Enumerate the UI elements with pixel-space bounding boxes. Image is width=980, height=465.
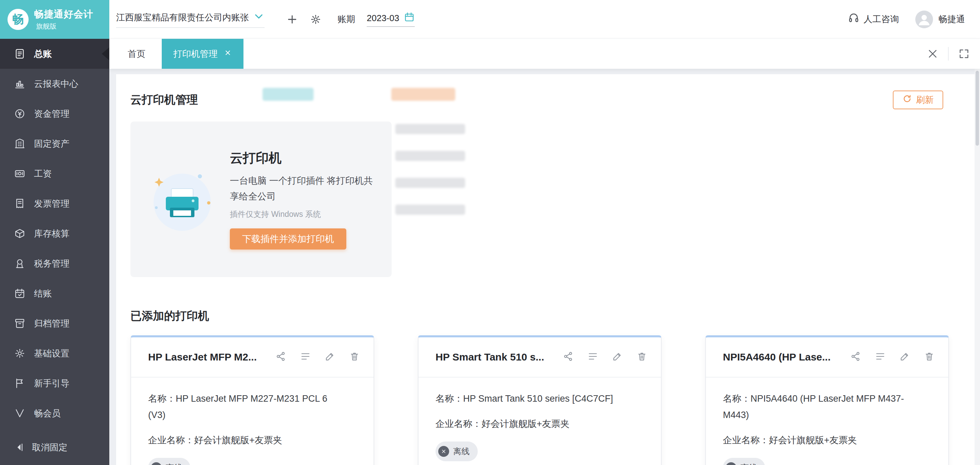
- download-plugin-button[interactable]: 下载插件并添加打印机: [230, 229, 346, 249]
- printer-card-name: HP LaserJet MFP M2...: [148, 351, 269, 363]
- period-selector[interactable]: 2023-03: [367, 11, 415, 27]
- close-all-tabs-icon[interactable]: [927, 48, 939, 60]
- sidebar-item-label: 固定资产: [34, 138, 70, 150]
- delete-icon[interactable]: [636, 351, 648, 363]
- username[interactable]: 畅捷通: [939, 13, 965, 25]
- sidebar-item-inventory[interactable]: 库存核算: [0, 219, 109, 249]
- sidebar-item-label: 发票管理: [34, 198, 70, 210]
- sidebar-item-tax[interactable]: 税务管理: [0, 249, 109, 278]
- report-chart-icon: [14, 78, 26, 90]
- list-icon[interactable]: [300, 351, 311, 363]
- fullscreen-icon[interactable]: [958, 48, 970, 60]
- sidebar-item-invoice[interactable]: 发票管理: [0, 189, 109, 219]
- printer-name-label: 名称：: [148, 394, 176, 404]
- tab-home[interactable]: 首页: [116, 39, 157, 69]
- share-icon[interactable]: [563, 351, 574, 363]
- printer-company-value: 好会计旗舰版+友票夹: [769, 435, 857, 445]
- refresh-icon: [902, 94, 912, 106]
- sidebar-item-label: 新手引导: [34, 378, 70, 389]
- printer-name-label: 名称：: [723, 394, 751, 404]
- list-icon[interactable]: [587, 351, 598, 363]
- printer-card: HP Smart Tank 510 s... 名称：HP Smart Tank …: [418, 335, 662, 465]
- sidebar-item-closing[interactable]: 结账: [0, 278, 109, 308]
- account-settings-button[interactable]: [310, 13, 322, 25]
- box-icon: [14, 227, 26, 240]
- period-value: 2023-03: [367, 13, 399, 24]
- printer-card: HP LaserJet MFP M2... 名称：HP LaserJet MFP…: [130, 335, 374, 465]
- tab-printer-management[interactable]: 打印机管理: [162, 39, 243, 69]
- stamp-icon: [14, 257, 26, 270]
- share-icon[interactable]: [850, 351, 861, 363]
- delete-icon[interactable]: [924, 351, 935, 363]
- flag-icon: [14, 377, 26, 389]
- tab-bar: 首页 打印机管理: [109, 39, 980, 69]
- list-icon[interactable]: [875, 351, 886, 363]
- edit-icon[interactable]: [325, 351, 336, 363]
- status-badge: 离线: [436, 441, 478, 461]
- scrollbar-thumb[interactable]: [975, 71, 979, 146]
- status-text: 离线: [741, 460, 757, 465]
- avatar[interactable]: [915, 11, 933, 28]
- offline-x-icon: [438, 446, 449, 457]
- scrollbar-track[interactable]: [975, 69, 980, 465]
- close-tab-icon[interactable]: [224, 49, 232, 59]
- refresh-button[interactable]: 刷新: [893, 90, 943, 109]
- brand-title: 畅捷通好会计: [34, 8, 93, 21]
- ghost-background-element: [395, 205, 465, 215]
- printer-management-panel: 云打印机管理 刷新: [116, 74, 975, 465]
- tab-label: 打印机管理: [173, 48, 218, 60]
- printer-name-label: 名称：: [436, 394, 463, 404]
- add-account-button[interactable]: [286, 14, 298, 25]
- content-area: 云打印机管理 刷新: [109, 69, 980, 465]
- sidebar-item-member[interactable]: 畅会员: [0, 398, 109, 428]
- banknote-icon: [14, 167, 26, 180]
- unpin-sidebar-button[interactable]: 取消固定: [0, 430, 109, 465]
- printer-name-value: HP Smart Tank 510 series [C4C7CF]: [463, 394, 613, 404]
- headset-icon: [848, 12, 859, 26]
- printer-company-label: 企业名称：: [436, 419, 482, 429]
- page-title: 云打印机管理: [130, 92, 198, 108]
- sidebar-item-funds[interactable]: 资金管理: [0, 99, 109, 129]
- share-icon[interactable]: [275, 351, 286, 363]
- archive-box-icon: [14, 317, 26, 330]
- sidebar-item-cloud-reports[interactable]: 云报表中心: [0, 69, 109, 99]
- printer-illustration: [147, 165, 215, 233]
- sidebar-item-general-ledger[interactable]: 总账: [0, 39, 109, 69]
- sidebar-item-payroll[interactable]: 工资: [0, 159, 109, 189]
- sidebar-item-label: 工资: [34, 168, 52, 180]
- sidebar-item-label: 云报表中心: [34, 78, 78, 90]
- period-label: 账期: [337, 13, 355, 25]
- status-text: 离线: [453, 443, 469, 460]
- sidebar-item-label: 税务管理: [34, 258, 70, 270]
- funds-coin-icon: [14, 108, 26, 120]
- printer-card: NPI5A4640 (HP Lase... 名称：NPI5A4640 (HP L…: [705, 335, 949, 465]
- building-icon: [14, 138, 26, 150]
- company-selector[interactable]: 江西服宝精品有限责任公司内账张: [116, 11, 264, 28]
- sidebar-item-label: 畅会员: [34, 408, 60, 419]
- sidebar: 畅 畅捷通好会计 旗舰版 总账 云报表中心 资金管理 固定资产: [0, 0, 109, 465]
- banner-description: 一台电脑 一个打印插件 将打印机共享给全公司: [230, 173, 377, 204]
- status-badge: 离线: [148, 458, 190, 465]
- app-window: 畅 畅捷通好会计 旗舰版 总账 云报表中心 资金管理 固定资产: [0, 0, 980, 465]
- printer-card-name: NPI5A4640 (HP Lase...: [723, 351, 843, 363]
- tab-actions-divider: [948, 47, 949, 60]
- sidebar-item-settings[interactable]: 基础设置: [0, 338, 109, 368]
- ghost-background-element: [395, 151, 465, 161]
- printer-company-label: 企业名称：: [723, 435, 769, 445]
- support-button[interactable]: 人工咨询: [848, 12, 899, 26]
- printer-company-label: 企业名称：: [148, 435, 194, 445]
- printer-card-list: HP LaserJet MFP M2... 名称：HP LaserJet MFP…: [130, 335, 975, 465]
- edit-icon[interactable]: [899, 351, 910, 363]
- banner-title: 云打印机: [230, 149, 377, 167]
- edit-icon[interactable]: [612, 351, 623, 363]
- member-v-icon: [14, 407, 26, 419]
- banner-note: 插件仅支持 Windows 系统: [230, 209, 377, 219]
- offline-x-icon: [725, 462, 737, 465]
- ledger-icon: [14, 48, 26, 60]
- support-label: 人工咨询: [864, 13, 899, 25]
- delete-icon[interactable]: [349, 351, 360, 363]
- sidebar-item-archive[interactable]: 归档管理: [0, 308, 109, 338]
- sidebar-item-guide[interactable]: 新手引导: [0, 368, 109, 398]
- sidebar-item-fixed-assets[interactable]: 固定资产: [0, 129, 109, 159]
- printer-card-name: HP Smart Tank 510 s...: [436, 351, 556, 363]
